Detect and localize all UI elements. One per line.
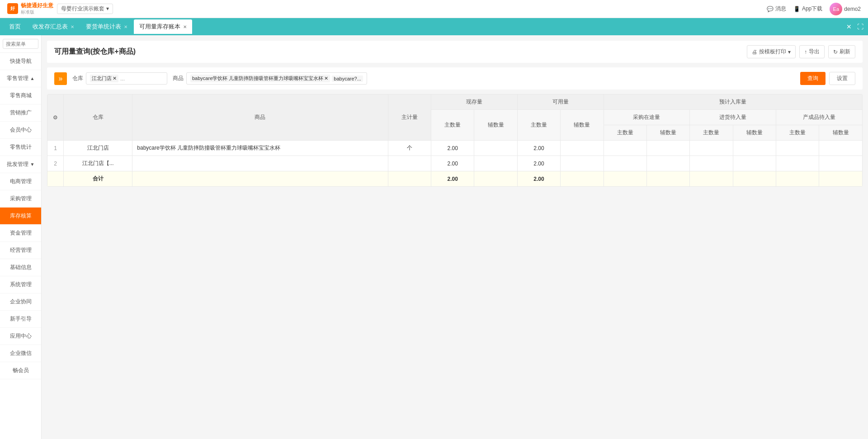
sidebar-enterprise-collab-label: 企业协同 (10, 298, 32, 305)
table-footer-row: 合计 2.00 2.00 (47, 171, 863, 187)
footer-stock-main: 2.00 (431, 171, 474, 187)
footer-pro-sub (819, 171, 863, 187)
th-warehouse: 仓库 (64, 94, 132, 141)
sidebar-item-finance[interactable]: 资金管理 (0, 225, 41, 242)
th-purchase-pending: 进货待入量 (690, 110, 776, 125)
tab-order[interactable]: 要货单统计表 ✕ (80, 19, 133, 34)
chevron-up-icon: ▲ (30, 76, 35, 81)
refresh-button[interactable]: ↻ 刷新 (828, 45, 855, 58)
tab-order-close[interactable]: ✕ (124, 24, 127, 29)
top-bar-right: 💬 消息 📱 App下载 Ea demo2 (767, 3, 861, 15)
row-pro-main (776, 156, 819, 171)
th-purchase-transit: 采购在途量 (604, 110, 690, 125)
message-button[interactable]: 💬 消息 (767, 5, 786, 13)
tab-collection-close[interactable]: ✕ (71, 24, 74, 29)
sidebar-retail-mall-label: 零售商城 (10, 92, 32, 99)
footer-pp-sub (733, 171, 776, 187)
th-pp-sub: 辅数量 (733, 125, 776, 141)
content-area: 可用量查询(按仓库+商品) 🖨 按模板打印 ▾ ↑ 导出 ↻ 刷新 (42, 35, 868, 439)
filter-toggle-button[interactable]: » (54, 72, 67, 85)
app-download-label: App下载 (802, 5, 822, 13)
sidebar-item-purchase[interactable]: 采购管理 (0, 190, 41, 208)
row-warehouse: 江北门店【... (64, 156, 132, 171)
message-label: 消息 (775, 5, 786, 13)
footer-label: 合计 (64, 171, 132, 187)
product-tag2-value: babycare?... (334, 76, 361, 81)
user-name: demo2 (844, 6, 861, 12)
th-settings[interactable]: ⚙ (47, 94, 64, 141)
tab-inventory[interactable]: 可用量库存账本 ✕ (134, 19, 192, 34)
product-filter-label: 商品 (173, 75, 184, 82)
footer-empty1 (47, 171, 64, 187)
warehouse-filter-label: 仓库 (72, 75, 83, 82)
search-input[interactable] (3, 39, 38, 49)
print-chevron-icon: ▾ (788, 49, 791, 55)
sidebar-marketing-label: 营销推广 (10, 109, 32, 116)
row-product (132, 156, 388, 171)
sidebar-purchase-label: 采购管理 (10, 195, 32, 202)
filter-product-field: 商品 babycare学饮杯 儿童防摔防撞吸管杯重力球吸嘴杯宝宝水杯 ✕ bab… (173, 72, 367, 85)
avatar: Ea (830, 3, 842, 15)
sidebar-item-app-center[interactable]: 应用中心 (0, 328, 41, 345)
sidebar-operations-label: 经营管理 (10, 247, 32, 253)
sidebar-item-wholesale-mgmt[interactable]: 批发管理 ▼ (0, 156, 41, 173)
filter-bar: » 仓库 江北门店 ✕ ... 商品 babycare学饮杯 儿童防摔防撞吸管杯… (47, 67, 863, 90)
tab-inventory-close[interactable]: ✕ (183, 24, 187, 29)
sidebar-item-inventory-check[interactable]: 库存核算 (0, 208, 41, 225)
app-download-button[interactable]: 📱 App下载 (793, 5, 822, 13)
th-pro-main: 主数量 (776, 125, 819, 141)
sidebar-item-retail-mall[interactable]: 零售商城 (0, 87, 41, 104)
sidebar-item-enterprise-collab[interactable]: 企业协同 (0, 293, 41, 311)
top-bar: 好 畅捷通好生意 标准版 母婴行业演示账套 ▾ 💬 消息 📱 App下载 Ea … (0, 0, 868, 18)
tab-inventory-label: 可用量库存账本 (139, 23, 180, 31)
sidebar-item-nav[interactable]: 快捷导航 (0, 53, 41, 70)
query-button[interactable]: 查询 (800, 72, 826, 85)
footer-pp-main (690, 171, 733, 187)
maximize-icon[interactable]: ⛶ (856, 22, 864, 31)
warehouse-tag-close[interactable]: ✕ (113, 76, 117, 81)
footer-pt-sub (646, 171, 689, 187)
sidebar-finance-label: 资金管理 (10, 230, 32, 236)
nav-right-icons: ✕ ⛶ (845, 22, 864, 31)
sidebar-retail-stats-label: 零售统计 (10, 144, 32, 150)
nav-tabs: 首页 收发存汇总表 ✕ 要货单统计表 ✕ 可用量库存账本 ✕ ✕ ⛶ (0, 18, 868, 35)
export-button[interactable]: ↑ 导出 (799, 45, 825, 58)
sidebar-item-new-guide[interactable]: 新手引导 (0, 311, 41, 328)
row-pt-sub (646, 141, 689, 156)
sidebar-item-marketing[interactable]: 营销推广 (0, 104, 41, 122)
row-pro-sub (819, 156, 863, 171)
warehouse-filter-input[interactable]: 江北门店 ✕ ... (86, 72, 167, 85)
sidebar-item-ecommerce[interactable]: 电商管理 (0, 173, 41, 190)
sidebar-item-member[interactable]: 会员中心 (0, 122, 41, 139)
logo-area: 好 畅捷通好生意 标准版 (7, 2, 53, 15)
row-pt-sub (646, 156, 689, 171)
sidebar-item-system-mgmt[interactable]: 系统管理 (0, 276, 41, 293)
sidebar-inventory-check-label: 库存核算 (10, 212, 32, 219)
sidebar-item-retail-mgmt[interactable]: 零售管理 ▲ (0, 70, 41, 87)
setting-button[interactable]: 设置 (829, 72, 855, 85)
logo-text-area: 畅捷通好生意 标准版 (21, 2, 53, 15)
tab-home[interactable]: 首页 (4, 19, 26, 34)
sidebar-item-enterprise-wechat[interactable]: 企业微信 (0, 345, 41, 362)
close-window-icon[interactable]: ✕ (845, 22, 853, 31)
industry-selector[interactable]: 母婴行业演示账套 ▾ (57, 4, 113, 14)
sidebar-item-retail-stats[interactable]: 零售统计 (0, 139, 41, 156)
sidebar-wholesale-mgmt-label: 批发管理 (7, 160, 28, 168)
product-tag: babycare学饮杯 儿童防摔防撞吸管杯重力球吸嘴杯宝宝水杯 ✕ (190, 75, 330, 82)
user-profile[interactable]: Ea demo2 (830, 3, 861, 15)
sidebar-item-vip-member[interactable]: 畅会员 (0, 362, 41, 379)
th-unit: 主计量 (388, 94, 431, 141)
main-layout: 快捷导航 零售管理 ▲ 零售商城 营销推广 会员中心 零售统计 批发管理 ▼ 电… (0, 35, 868, 439)
footer-stock-sub (474, 171, 517, 187)
sidebar-item-basic-info[interactable]: 基础信息 (0, 259, 41, 276)
product-filter-input[interactable]: babycare学饮杯 儿童防摔防撞吸管杯重力球吸嘴杯宝宝水杯 ✕ babyca… (186, 72, 367, 85)
sidebar-system-mgmt-label: 系统管理 (10, 281, 32, 288)
sidebar-item-operations[interactable]: 经营管理 (0, 242, 41, 259)
message-icon: 💬 (767, 6, 774, 12)
print-template-button[interactable]: 🖨 按模板打印 ▾ (747, 45, 796, 58)
row-stock-main: 2.00 (431, 141, 474, 156)
tab-collection[interactable]: 收发存汇总表 ✕ (27, 19, 80, 34)
th-stock-sub: 辅数量 (474, 110, 517, 141)
tab-order-label: 要货单统计表 (86, 23, 121, 31)
product-tag-close[interactable]: ✕ (324, 76, 328, 81)
